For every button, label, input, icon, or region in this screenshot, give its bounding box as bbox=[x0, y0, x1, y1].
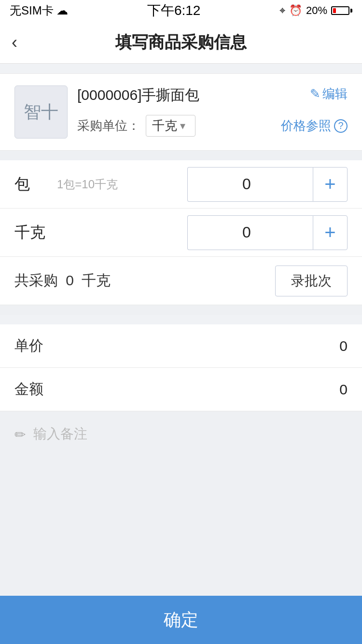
status-right: ⌖ ⏰ 20% bbox=[279, 4, 352, 17]
section-divider-1 bbox=[0, 151, 362, 160]
status-left: 无SIM卡 ☁ bbox=[10, 3, 68, 18]
remark-placeholder: 输入备注 bbox=[33, 425, 87, 443]
page-title: 填写商品采购信息 bbox=[115, 31, 247, 54]
product-name: [0000006]手撕面包 bbox=[77, 85, 199, 105]
battery-pct: 20% bbox=[306, 4, 327, 17]
bag-label: 包 bbox=[14, 174, 53, 195]
location-icon: ⌖ bbox=[279, 4, 285, 17]
bag-sublabel: 1包=10千克 bbox=[57, 177, 187, 192]
section-divider-2 bbox=[0, 305, 362, 315]
amount-row: 金额 0 bbox=[0, 368, 362, 411]
unit-select[interactable]: 千克 ▾ bbox=[146, 115, 195, 137]
bag-field-wrapper: + bbox=[187, 167, 348, 202]
edit-button[interactable]: ✎ 编辑 bbox=[310, 85, 348, 102]
amount-value: 0 bbox=[339, 381, 348, 398]
unit-price-value: 0 bbox=[339, 338, 348, 354]
record-batch-button[interactable]: 录批次 bbox=[275, 266, 348, 296]
price-section: 单价 0 金额 0 bbox=[0, 324, 362, 411]
kg-input[interactable] bbox=[187, 215, 313, 250]
status-bar: 无SIM卡 ☁ 下午6:12 ⌖ ⏰ 20% bbox=[0, 0, 362, 21]
status-time: 下午6:12 bbox=[147, 1, 201, 20]
price-ref-label: 价格参照 bbox=[281, 117, 331, 134]
unit-price-label: 单价 bbox=[14, 336, 43, 356]
amount-label: 金额 bbox=[14, 379, 43, 399]
unit-prefix: 采购单位： bbox=[77, 117, 140, 134]
price-ref-button[interactable]: 价格参照 ? bbox=[281, 117, 348, 134]
remark-section[interactable]: ✏ 输入备注 bbox=[0, 411, 362, 546]
unit-price-row: 单价 0 bbox=[0, 324, 362, 368]
sim-label: 无SIM卡 ☁ bbox=[10, 3, 68, 18]
kg-label: 千克 bbox=[14, 222, 53, 243]
kg-input-row: 千克 + bbox=[0, 209, 362, 257]
kg-field-wrapper: + bbox=[187, 215, 348, 250]
input-section: 包 1包=10千克 + 千克 + 共采购 0 千克 录批次 bbox=[0, 160, 362, 305]
kg-plus-button[interactable]: + bbox=[313, 215, 348, 250]
summary-text: 共采购 0 千克 bbox=[14, 271, 111, 291]
bag-plus-button[interactable]: + bbox=[313, 167, 348, 202]
info-icon: ? bbox=[334, 119, 348, 133]
bag-input[interactable] bbox=[187, 167, 313, 202]
back-button[interactable]: ‹ bbox=[12, 32, 17, 53]
product-info: [0000006]手撕面包 ✎ 编辑 采购单位： 千克 ▾ 价格参照 ? bbox=[77, 85, 348, 137]
pencil-icon: ✏ bbox=[14, 427, 26, 443]
bag-input-row: 包 1包=10千克 + bbox=[0, 160, 362, 209]
product-card: 智十 [0000006]手撕面包 ✎ 编辑 采购单位： 千克 ▾ 价格参照 ? bbox=[0, 73, 362, 151]
edit-icon: ✎ bbox=[310, 86, 320, 101]
confirm-label: 确定 bbox=[164, 608, 198, 632]
confirm-button[interactable]: 确定 bbox=[0, 596, 362, 644]
chevron-down-icon: ▾ bbox=[180, 120, 185, 132]
unit-value: 千克 bbox=[152, 117, 177, 134]
alarm-icon: ⏰ bbox=[289, 4, 302, 17]
summary-row: 共采购 0 千克 录批次 bbox=[0, 257, 362, 305]
product-thumbnail: 智十 bbox=[14, 85, 68, 139]
nav-bar: ‹ 填写商品采购信息 bbox=[0, 21, 362, 64]
battery-icon bbox=[331, 6, 352, 15]
